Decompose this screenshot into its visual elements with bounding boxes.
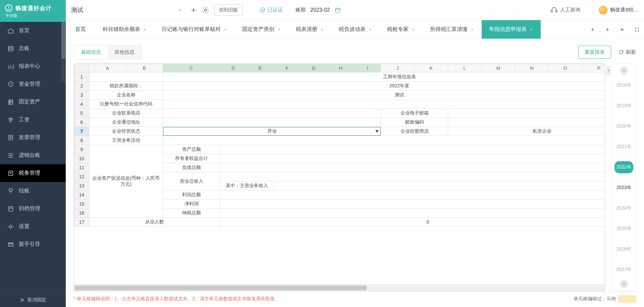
brand-header: 畅捷通好会计 专业版 [0, 0, 66, 22]
sidebar-icon-9 [7, 188, 14, 194]
svg-point-1 [205, 9, 207, 11]
sidebar-icon-11 [7, 223, 14, 230]
tab-2[interactable]: 固定资产类别 [235, 20, 288, 39]
sidebar-item-12[interactable]: 新手引导 [0, 235, 66, 253]
brand-edition: 专业版 [5, 13, 61, 18]
gear-icon[interactable] [202, 6, 209, 14]
reset-report-button[interactable]: 重置报表 [578, 46, 611, 59]
col-N[interactable]: N [515, 64, 549, 73]
year-2018年[interactable]: 2018年 [614, 79, 633, 91]
tab-3[interactable]: 税表清册 [288, 20, 331, 39]
tab-1[interactable]: 日记账与银行对账单核对 [154, 20, 235, 39]
close-icon[interactable] [223, 28, 227, 32]
tab-5[interactable]: 税检专家 [380, 20, 423, 39]
pin-icon [19, 297, 25, 303]
tabs-prev-button[interactable] [585, 27, 600, 32]
user-menu[interactable]: 畅捷通B组... [592, 6, 638, 14]
topbar: 测试 切到旧版 已认证 账期 2023-02 人工咨询 畅捷通B组... [66, 0, 644, 20]
sidebar-icon-12 [7, 241, 14, 248]
col-E[interactable]: E [247, 64, 274, 73]
sidebar-item-1[interactable]: 总账 [0, 40, 66, 57]
sidebar-item-2[interactable]: 报表中心 [0, 57, 66, 75]
sidebar-item-7[interactable]: 进销台账 [0, 146, 66, 164]
sidebar-item-3[interactable]: 资金管理 [0, 75, 66, 93]
year-2023年[interactable]: 2023年 [614, 182, 633, 194]
year-prev-button[interactable] [620, 67, 628, 75]
close-icon[interactable] [470, 28, 474, 32]
close-icon[interactable] [411, 28, 415, 32]
year-2024年[interactable]: 2024年 [614, 202, 633, 214]
sidebar-scrollbar[interactable] [61, 21, 66, 82]
subtab-basic[interactable]: 基础信息 [74, 45, 108, 59]
col-J[interactable]: J [381, 64, 415, 73]
period-value[interactable]: 2023-02 [310, 7, 330, 13]
close-icon[interactable] [529, 28, 533, 32]
tabs-next-button[interactable] [600, 27, 614, 32]
dropdown-caret-icon[interactable] [375, 130, 379, 133]
calendar-icon[interactable] [335, 7, 341, 13]
business-status-cell[interactable]: 开业 [163, 127, 381, 136]
sidebar-item-0[interactable]: 首页 [0, 22, 66, 40]
sidebar-item-4[interactable]: 固定资产 [0, 93, 66, 111]
shield-check-icon [260, 7, 266, 13]
sidebar-item-6[interactable]: 发票管理 [0, 129, 66, 146]
sidebar-item-11[interactable]: 设置 [0, 218, 66, 235]
period-label: 账期 [296, 7, 306, 13]
year-2026年[interactable]: 2026年 [614, 243, 633, 255]
sidebar-item-8[interactable]: 税务管理 [0, 164, 66, 182]
edited-swatch [619, 296, 636, 302]
sidebar-icon-10 [7, 206, 14, 212]
col-P[interactable]: P [582, 64, 605, 73]
col-C[interactable]: C [163, 64, 220, 73]
year-next-button[interactable] [620, 280, 628, 288]
svg-rect-2 [335, 8, 340, 12]
col-O[interactable]: O [549, 64, 582, 73]
col-M[interactable]: M [482, 64, 515, 73]
year-2025年[interactable]: 2025年 [614, 223, 633, 235]
add-icon[interactable] [190, 6, 197, 14]
col-L[interactable]: L [448, 64, 482, 73]
sidebar-item-5[interactable]: 工资 [0, 111, 66, 129]
tab-0[interactable]: 科目辅助余额表 [95, 20, 154, 39]
sidebar-item-9[interactable]: 结账 [0, 182, 66, 200]
sidebar-icon-2 [7, 63, 14, 70]
close-icon[interactable] [320, 28, 324, 32]
tabs-close-button[interactable] [614, 27, 629, 32]
close-icon[interactable] [277, 28, 281, 32]
year-2021年[interactable]: 2021年 [614, 141, 633, 153]
footer: * 单元格编辑说明：1、点击单元格直接录入数值或文本。2、清空单元格数值或文本恢… [66, 291, 644, 307]
sidebar-unpin-button[interactable]: 取消固定 [0, 293, 66, 307]
refresh-button[interactable]: 刷新 [619, 49, 636, 55]
company-selector[interactable]: 测试 [71, 6, 185, 14]
year-2020年[interactable]: 2020年 [614, 120, 633, 132]
subtab-other[interactable]: 其他信息 [108, 45, 141, 59]
fullscreen-button[interactable] [629, 27, 644, 32]
spreadsheet[interactable]: ABCDEFGHIJKLMNOPQ 1工商年报信息表 2税款所属期间：2022年… [74, 63, 605, 291]
col-F[interactable]: F [274, 64, 301, 73]
tab-7[interactable]: 年报信息申报表 [482, 20, 541, 39]
switch-old-version-button[interactable]: 切到旧版 [214, 4, 243, 16]
col-D[interactable]: D [220, 64, 247, 73]
horizontal-scrollbar[interactable] [74, 284, 605, 291]
year-2019年[interactable]: 2019年 [614, 100, 633, 112]
brand-name: 畅捷通好会计 [15, 4, 52, 12]
support-button[interactable]: 人工咨询 [551, 7, 580, 13]
col-K[interactable]: K [415, 64, 448, 73]
year-2027年[interactable]: 2027年 [614, 264, 633, 276]
tab-home[interactable]: 首页 [66, 20, 95, 39]
sidebar-icon-5 [7, 117, 14, 123]
close-icon[interactable] [143, 28, 147, 32]
tab-6[interactable]: 所得税汇算清缴 [423, 20, 482, 39]
sidebar-icon-4 [7, 99, 14, 105]
sidebar-pin-label: 取消固定 [28, 297, 46, 303]
tab-4[interactable]: 税负波动表 [331, 20, 380, 39]
close-icon[interactable] [368, 28, 372, 32]
sidebar-item-10[interactable]: 归档管理 [0, 200, 66, 218]
col-H[interactable]: H [327, 64, 354, 73]
rail-collapse-button[interactable] [606, 66, 611, 75]
col-G[interactable]: G [301, 64, 327, 73]
col-A[interactable]: A [89, 64, 126, 73]
year-2022年[interactable]: 2022年 [614, 161, 633, 173]
col-I[interactable]: I [354, 64, 381, 73]
col-B[interactable]: B [126, 64, 163, 73]
